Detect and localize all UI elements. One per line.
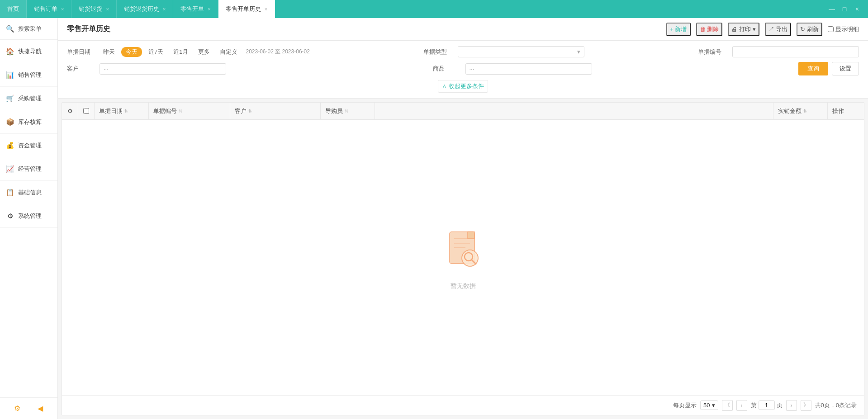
sidebar-item-home[interactable]: 🏠 快捷导航 xyxy=(0,40,57,63)
date-range-text: 2023-06-02 至 2023-06-02 xyxy=(246,48,309,56)
sidebar-item-system[interactable]: ⚙ 系统管理 xyxy=(0,204,57,228)
tab-home[interactable]: 首页 xyxy=(0,0,27,18)
num-sort-icon[interactable]: ⇅ xyxy=(179,108,182,113)
tab-return-label: 销货退货 xyxy=(79,5,102,13)
export-button[interactable]: ↗ 导出 xyxy=(765,23,792,36)
bill-type-select[interactable]: ▾ xyxy=(458,46,584,57)
collapse-button[interactable]: ∧ 收起更多条件 xyxy=(438,80,488,93)
sidebar-item-inventory[interactable]: 📦 库存核算 xyxy=(0,110,57,134)
th-op: 操作 xyxy=(828,103,864,119)
select-all-checkbox[interactable] xyxy=(83,108,89,114)
content-area: 零售开单历史 + 新增 🗑 删除 🖨 打印 ▾ ↗ 导出 ↻ 刷新 xyxy=(58,18,868,419)
date-sort-icon[interactable]: ⇅ xyxy=(124,108,128,113)
management-icon: 📈 xyxy=(5,165,14,174)
date-more[interactable]: 更多 xyxy=(194,47,213,57)
th-amount-label: 实销金额 xyxy=(778,107,802,115)
settings-button[interactable]: 设置 xyxy=(832,62,859,75)
sidebar-bottom: ⚙ ◀ xyxy=(0,397,57,419)
date-custom[interactable]: 自定义 xyxy=(216,47,241,57)
page-header: 零售开单历史 + 新增 🗑 删除 🖨 打印 ▾ ↗ 导出 ↻ 刷新 xyxy=(58,18,868,41)
settings-gear-btn[interactable]: ⚙ xyxy=(10,401,24,416)
tab-return-history-close[interactable]: × xyxy=(163,6,166,12)
window-min-btn[interactable]: — xyxy=(828,5,835,13)
sidebar-item-home-label: 快捷导航 xyxy=(18,47,42,56)
th-num: 单据编号 ⇅ xyxy=(149,103,230,119)
sidebar-item-finance-label: 资金管理 xyxy=(18,141,42,150)
export-label: ↗ 导出 xyxy=(768,25,788,33)
date-1month[interactable]: 近1月 xyxy=(170,47,192,57)
add-label: + 新增 xyxy=(670,25,687,33)
sidebar-item-management-label: 经营管理 xyxy=(18,165,42,173)
last-page-btn[interactable]: 》 xyxy=(801,400,811,411)
tab-sales-order[interactable]: 销售订单 × xyxy=(27,0,71,18)
print-button[interactable]: 🖨 打印 ▾ xyxy=(728,23,759,36)
per-page-value: 50 xyxy=(703,402,710,409)
sidebar-item-basic-info-label: 基础信息 xyxy=(18,188,42,197)
inventory-icon: 📦 xyxy=(5,118,14,127)
sidebar-item-purchase-label: 采购管理 xyxy=(18,94,42,103)
toolbar: + 新增 🗑 删除 🖨 打印 ▾ ↗ 导出 ↻ 刷新 显示明细 xyxy=(666,23,859,36)
page-num-input[interactable] xyxy=(759,400,775,410)
display-detail-input[interactable] xyxy=(828,26,834,32)
sidebar-item-management[interactable]: 📈 经营管理 xyxy=(0,157,57,181)
home-icon: 🏠 xyxy=(5,47,14,56)
amount-sort-icon[interactable]: ⇅ xyxy=(803,108,807,113)
prev-page-btn[interactable]: ‹ xyxy=(736,400,747,411)
sidebar-item-finance[interactable]: 💰 资金管理 xyxy=(0,134,57,157)
th-date-label: 单据日期 xyxy=(99,107,123,115)
goods-select[interactable]: ··· xyxy=(465,63,592,75)
sidebar-item-purchase[interactable]: 🛒 采购管理 xyxy=(0,87,57,110)
next-page-btn[interactable]: › xyxy=(786,400,797,411)
window-close-btn[interactable]: × xyxy=(854,5,861,13)
sidebar-collapse-btn[interactable]: ◀ xyxy=(33,401,47,416)
th-num-label: 单据编号 xyxy=(153,107,177,115)
th-op-label: 操作 xyxy=(832,107,844,115)
tab-return-close[interactable]: × xyxy=(106,6,109,12)
tab-return[interactable]: 销货退货 × xyxy=(71,0,116,18)
delete-button[interactable]: 🗑 删除 xyxy=(696,23,723,36)
per-page-label: 每页显示 xyxy=(673,401,697,410)
empty-illustration xyxy=(438,225,488,275)
display-detail-checkbox[interactable]: 显示明细 xyxy=(828,25,859,33)
collapse-row: ∧ 收起更多条件 xyxy=(67,80,859,93)
customer-sort-icon[interactable]: ⇅ xyxy=(248,108,252,113)
date-yesterday[interactable]: 昨天 xyxy=(100,47,119,57)
date-label: 单据日期 xyxy=(67,48,92,56)
th-checkbox[interactable] xyxy=(78,103,95,119)
date-7days[interactable]: 近7天 xyxy=(145,47,167,57)
per-page-select[interactable]: 50 ▾ xyxy=(700,400,718,410)
bill-num-input[interactable] xyxy=(732,46,859,57)
customer-dots: ··· xyxy=(104,66,222,72)
sidebar-item-sales[interactable]: 📊 销售管理 xyxy=(0,63,57,87)
tab-retail-order[interactable]: 零售开单 × xyxy=(173,0,218,18)
tab-return-history-label: 销货退货历史 xyxy=(124,5,159,13)
sidebar: 🔍 搜索采单 🏠 快捷导航 📊 销售管理 🛒 采购管理 📦 库存核算 💰 资金管… xyxy=(0,18,58,419)
tab-retail-history-close[interactable]: × xyxy=(265,6,267,12)
date-today[interactable]: 今天 xyxy=(121,47,142,57)
tab-return-history[interactable]: 销货退货历史 × xyxy=(117,0,173,18)
page-total: 共0页，0条记录 xyxy=(815,401,857,410)
sidebar-search[interactable]: 🔍 搜索采单 xyxy=(0,18,57,40)
tab-retail-order-close[interactable]: × xyxy=(208,6,210,12)
print-arrow: ▾ xyxy=(753,26,756,33)
print-label: 🖨 打印 xyxy=(731,25,751,33)
customer-select[interactable]: ··· xyxy=(100,63,226,75)
settings-col-icon: ⚙ xyxy=(67,108,73,114)
first-page-btn[interactable]: 《 xyxy=(722,400,733,411)
window-max-btn[interactable]: □ xyxy=(841,5,848,13)
sidebar-item-basic-info[interactable]: 📋 基础信息 xyxy=(0,181,57,204)
sidebar-item-inventory-label: 库存核算 xyxy=(18,118,42,126)
guide-sort-icon[interactable]: ⇅ xyxy=(345,108,348,113)
add-button[interactable]: + 新增 xyxy=(666,23,690,36)
finance-icon: 💰 xyxy=(5,141,14,150)
top-tabbar: 首页 销售订单 × 销货退货 × 销货退货历史 × 零售开单 × 零售开单历史 … xyxy=(0,0,868,18)
tab-retail-history[interactable]: 零售开单历史 × xyxy=(218,0,275,18)
page-label: 第 xyxy=(751,401,757,410)
empty-text: 暂无数据 xyxy=(451,282,476,290)
th-settings[interactable]: ⚙ xyxy=(62,103,78,119)
refresh-button[interactable]: ↻ 刷新 xyxy=(797,23,822,36)
empty-state: 暂无数据 xyxy=(62,120,864,395)
tab-sales-order-close[interactable]: × xyxy=(61,6,64,12)
th-date: 单据日期 ⇅ xyxy=(95,103,149,119)
query-button[interactable]: 查询 xyxy=(798,62,828,75)
